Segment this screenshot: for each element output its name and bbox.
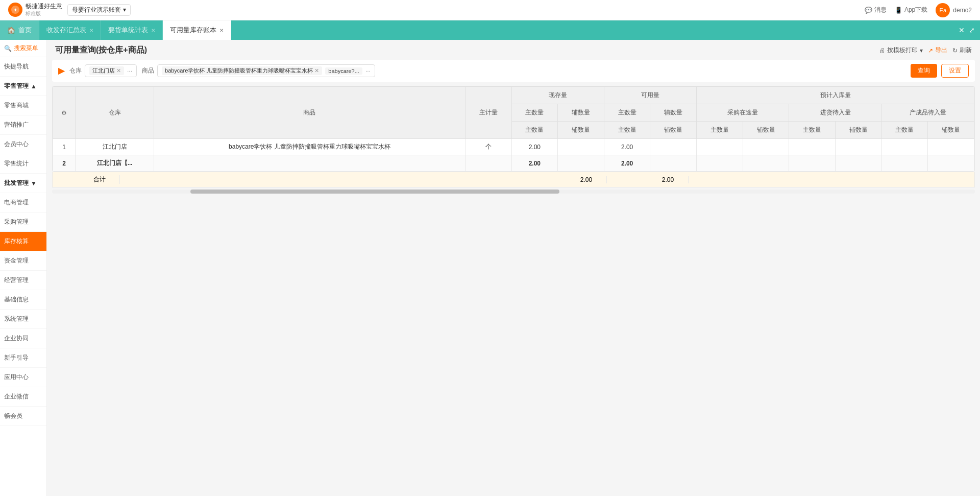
remove-warehouse-tag[interactable]: ✕ <box>116 67 121 74</box>
sidebar-item-inventory-check[interactable]: 库存核算 <box>0 232 46 251</box>
top-bar-left: ✦ 畅捷通好生意 标准版 母婴行业演示账套 ▾ <box>8 3 131 17</box>
chevron-down-icon: ▾ <box>123 6 126 13</box>
tab-order-stats[interactable]: 要货单统计表 ✕ <box>101 20 163 40</box>
refresh-icon: ↻ <box>952 47 958 54</box>
scroll-thumb[interactable] <box>190 190 559 194</box>
fullscreen-btn[interactable]: ⤢ <box>969 26 975 34</box>
product-tag-1: babycare学饮杯 儿童防摔防撞吸管杯重力球吸嘴杯宝宝水杯 ✕ <box>162 66 322 75</box>
footer-avail-main: 2.00 <box>648 176 689 183</box>
message-btn[interactable]: 💬 消息 <box>865 6 887 14</box>
filter-bar: ▶ 仓库 江北门店 ✕ ··· 商品 babycare学饮杯 儿童防摔防撞吸管杯… <box>52 60 975 82</box>
sidebar-item-enterprise-collab[interactable]: 企业协同 <box>0 329 46 348</box>
sidebar-item-new-guide[interactable]: 新手引导 <box>0 348 46 368</box>
tab-available-stock[interactable]: 可用量库存账本 ✕ <box>163 20 231 40</box>
table-row: 2 江北门店【... 2.00 2.00 <box>53 155 974 172</box>
logo-text: 畅捷通好生意 <box>26 3 62 10</box>
td-avail-main: 2.00 <box>604 155 650 172</box>
warehouse-label: 仓库 <box>69 66 82 75</box>
td-pur-main <box>697 139 743 155</box>
product-tag-2: babycare?... <box>325 67 362 75</box>
sidebar-item-purchase-mgmt[interactable]: 采购管理 <box>0 212 46 232</box>
filter-actions: 查询 设置 <box>911 64 969 78</box>
td-index: 2 <box>53 155 76 172</box>
close-icon[interactable]: ✕ <box>219 28 224 33</box>
td-pur-aux <box>743 139 789 155</box>
warehouse-input[interactable]: 江北门店 ✕ ··· <box>85 64 137 77</box>
logo-sub: 标准版 <box>26 10 62 17</box>
sidebar-item-member-center[interactable]: 会员中心 <box>0 135 46 154</box>
product-filter-group: 商品 babycare学饮杯 儿童防摔防撞吸管杯重力球吸嘴杯宝宝水杯 ✕ bab… <box>142 64 375 77</box>
sidebar-item-finance-mgmt[interactable]: 资金管理 <box>0 251 46 271</box>
th-settings[interactable]: ⚙ <box>53 87 76 139</box>
th-i-aux: 辅数量 <box>836 122 882 139</box>
home-icon: 🏠 <box>7 27 15 34</box>
user-area[interactable]: Ea demo2 <box>936 3 972 17</box>
tab-receive-summary[interactable]: 收发存汇总表 ✕ <box>39 20 101 40</box>
close-all-btn[interactable]: ✕ <box>959 26 965 34</box>
print-icon: 🖨 <box>879 47 885 54</box>
sidebar-item-app-center[interactable]: 应用中心 <box>0 368 46 387</box>
query-button[interactable]: 查询 <box>911 64 937 78</box>
table-container: ⚙ 仓库 商品 主计量 现存量 可用量 预计入库量 主数量 辅数量 主数量 辅数… <box>52 86 975 172</box>
sidebar-item-retail-mgmt[interactable]: 零售管理 ▲ <box>0 77 46 96</box>
th-product-pending: 产成品待入量 <box>881 104 974 122</box>
close-icon[interactable]: ✕ <box>89 28 93 33</box>
chevron-down-icon: ▾ <box>920 47 923 54</box>
th-p-main: 主数量 <box>697 122 743 139</box>
filter-expand-btn[interactable]: ▶ <box>58 66 64 76</box>
message-icon: 💬 <box>865 7 872 14</box>
tenant-select[interactable]: 母婴行业演示账套 ▾ <box>67 4 131 16</box>
sidebar-item-system-mgmt[interactable]: 系统管理 <box>0 310 46 329</box>
td-stock-main: 2.00 <box>511 155 558 172</box>
setting-button[interactable]: 设置 <box>941 64 969 78</box>
td-product: babycare学饮杯 儿童防摔防撞吸管杯重力球吸嘴杯宝宝水杯 <box>154 139 465 155</box>
td-prod-aux <box>928 139 974 155</box>
table-row: 1 江北门店 babycare学饮杯 儿童防摔防撞吸管杯重力球吸嘴杯宝宝水杯 个… <box>53 139 974 155</box>
th-avail-aux: 辅数量 <box>650 104 697 122</box>
td-warehouse: 江北门店【... <box>76 155 154 172</box>
sidebar-search-btn[interactable]: 🔍 搜索菜单 <box>0 40 46 57</box>
product-input[interactable]: babycare学饮杯 儿童防摔防撞吸管杯重力球吸嘴杯宝宝水杯 ✕ babyca… <box>157 64 375 77</box>
table-footer: 合计 2.00 2.00 <box>52 172 975 187</box>
warehouse-filter-group: 仓库 江北门店 ✕ ··· <box>69 64 137 77</box>
app-download-btn[interactable]: 📱 App下载 <box>895 6 927 14</box>
sidebar-item-retail-stats[interactable]: 零售统计 <box>0 154 46 174</box>
sidebar-item-ecommerce-mgmt[interactable]: 电商管理 <box>0 193 46 212</box>
th-avail-main: 主数量 <box>604 104 650 122</box>
footer-stock-main: 2.00 <box>566 176 607 183</box>
sidebar-item-operation-mgmt[interactable]: 经营管理 <box>0 271 46 290</box>
search-icon: 🔍 <box>4 45 12 52</box>
expand-icon: ▲ <box>31 83 37 90</box>
sidebar-item-retail-mall[interactable]: 零售商城 <box>0 96 46 115</box>
tab-home[interactable]: 🏠 首页 <box>0 20 39 40</box>
td-stock-main: 2.00 <box>511 139 558 155</box>
th-stock-main: 主数量 <box>511 104 558 122</box>
sidebar-item-basic-info[interactable]: 基础信息 <box>0 290 46 310</box>
th-s-main: 主数量 <box>511 122 558 139</box>
th-a-main: 主数量 <box>604 122 650 139</box>
refresh-btn[interactable]: ↻ 刷新 <box>952 46 972 55</box>
sidebar: 🔍 搜索菜单 快捷导航 零售管理 ▲ 零售商城 营销推广 会员中心 零售统计 批… <box>0 40 47 496</box>
th-forecast-in: 预计入库量 <box>697 87 974 104</box>
print-btn[interactable]: 🖨 按模板打印 ▾ <box>879 46 923 55</box>
td-prod-main <box>881 155 928 172</box>
nav-tabs-actions: ✕ ⤢ <box>953 20 980 40</box>
warehouse-tag: 江北门店 ✕ <box>89 66 124 75</box>
close-icon[interactable]: ✕ <box>151 28 155 33</box>
sidebar-item-quick-nav[interactable]: 快捷导航 <box>0 57 46 77</box>
horizontal-scrollbar[interactable] <box>52 190 975 194</box>
th-p-aux: 辅数量 <box>743 122 789 139</box>
sidebar-item-wholesale-mgmt[interactable]: 批发管理 ▼ <box>0 174 46 193</box>
th-product: 商品 <box>154 87 465 139</box>
export-btn[interactable]: ↗ 导出 <box>928 46 947 55</box>
sidebar-item-marketing[interactable]: 营销推广 <box>0 115 46 135</box>
product-ellipsis[interactable]: ··· <box>365 67 371 75</box>
page-title: 可用量查询(按仓库+商品) <box>55 45 147 56</box>
th-a-aux: 辅数量 <box>650 122 697 139</box>
td-pur-main <box>697 155 743 172</box>
sidebar-item-enterprise-wechat[interactable]: 企业微信 <box>0 387 46 407</box>
sidebar-item-pro-member[interactable]: 畅会员 <box>0 407 46 426</box>
warehouse-ellipsis[interactable]: ··· <box>127 67 132 75</box>
remove-product-tag-1[interactable]: ✕ <box>314 67 319 74</box>
td-unit: 个 <box>465 139 511 155</box>
